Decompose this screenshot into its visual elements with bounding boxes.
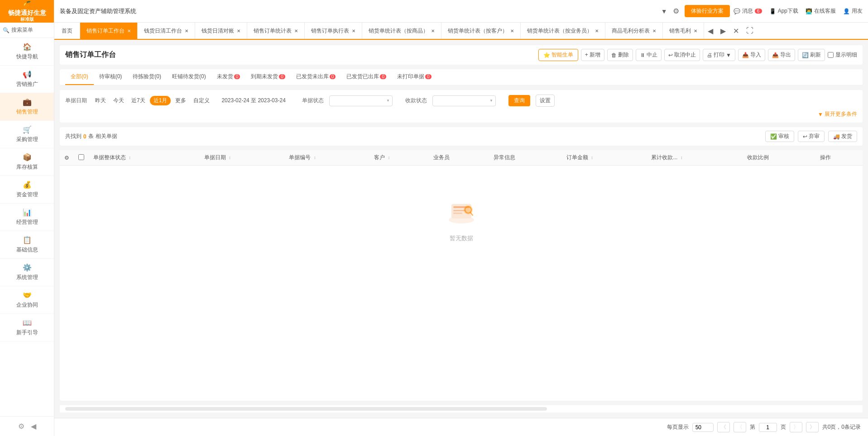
app-download-button[interactable]: 📱 App下载	[769, 7, 798, 15]
sidebar-item-system[interactable]: ⚙️ 系统管理	[0, 259, 54, 286]
tab-close-sales-exec[interactable]: ✕	[352, 28, 355, 33]
tab-cash-daily[interactable]: 钱货日清工作台 ✕	[138, 23, 195, 39]
page-size-select[interactable]: 50 10 20 100	[692, 423, 714, 432]
tab-close-sales-order[interactable]: ✕	[127, 28, 131, 33]
next-page-button[interactable]: 〉	[790, 422, 802, 432]
sub-tab-pending-review[interactable]: 待审核(0)	[94, 69, 128, 85]
tab-close-customer[interactable]: ✕	[510, 28, 514, 33]
tab-maximize-icon[interactable]: ⛶	[743, 25, 757, 37]
last-page-button[interactable]: 》	[806, 422, 819, 432]
search-icon: 🔍	[3, 27, 10, 33]
tab-close-profit[interactable]: ✕	[694, 28, 697, 33]
tab-sales-summary-staff[interactable]: 销货单统计表（按业务员） ✕	[521, 23, 605, 39]
show-detail-label[interactable]: 显示明细	[828, 51, 857, 59]
tab-close-sales-stats[interactable]: ✕	[294, 28, 298, 33]
cancel-stop-button[interactable]: ↩ 取消中止	[664, 49, 700, 61]
export-button[interactable]: 📤 导出	[768, 49, 795, 61]
sidebar-item-operation[interactable]: 📊 经营管理	[0, 204, 54, 231]
date-option-1month[interactable]: 近1月	[150, 96, 171, 105]
tab-sales-stats[interactable]: 销售订单统计表 ✕	[247, 23, 305, 39]
tab-close-staff[interactable]: ✕	[595, 28, 599, 33]
sort-date-icon[interactable]: ↕	[229, 155, 231, 160]
sidebar-item-quick-nav[interactable]: 🏠 快捷导航	[0, 38, 54, 66]
date-option-more[interactable]: 更多	[173, 96, 189, 105]
status-select[interactable]	[329, 95, 393, 106]
col-ratio: 收款比例	[743, 150, 815, 166]
expand-icon: ▼	[818, 111, 823, 118]
expand-filters-button[interactable]: ▼ 展开更多条件	[818, 110, 857, 118]
tab-sales-summary-customer[interactable]: 销货单统计表（按客户） ✕	[441, 23, 521, 39]
first-page-button[interactable]: 《	[717, 422, 730, 432]
tab-sales-order[interactable]: 销售订单工作台 ✕	[80, 23, 138, 39]
sidebar-item-finance[interactable]: 💰 资金管理	[0, 176, 54, 204]
tab-sales-exec[interactable]: 销售订单执行表 ✕	[305, 23, 362, 39]
col-settings-icon[interactable]: ⚙	[64, 155, 69, 161]
sub-tab-not-printed[interactable]: 未打印单据0	[392, 69, 437, 85]
tab-close-all-icon[interactable]: ✕	[729, 25, 743, 37]
page-number-input[interactable]	[759, 423, 777, 432]
prev-page-button[interactable]: 〈	[734, 422, 746, 432]
review-button[interactable]: ✅ 审核	[765, 131, 794, 142]
tab-nav-prev-icon[interactable]: ◀	[704, 25, 717, 37]
sub-tab-overdue[interactable]: 到期未发货0	[245, 69, 291, 85]
tab-nav-next-icon[interactable]: ▶	[717, 25, 729, 37]
settings-filter-button[interactable]: 设置	[536, 95, 555, 107]
payment-select[interactable]	[432, 95, 496, 106]
dropdown-arrow-icon[interactable]: ▼	[661, 8, 667, 15]
settings-gear-icon[interactable]: ⚙	[671, 5, 681, 17]
sidebar-item-enterprise[interactable]: 🤝 企业协同	[0, 286, 54, 314]
settings-icon[interactable]: ⚙	[16, 420, 26, 432]
sort-collected-icon[interactable]: ↕	[681, 155, 683, 160]
refresh-button[interactable]: 🔄 刷新	[798, 49, 825, 61]
sidebar-item-marketing[interactable]: 📢 营销推广	[0, 66, 54, 93]
sub-tab-shipped-not-out[interactable]: 已发货未出库0	[291, 69, 341, 85]
sort-amount-icon[interactable]: ↕	[591, 155, 593, 160]
sub-tab-shipped-out[interactable]: 已发货已出库0	[341, 69, 392, 85]
show-detail-checkbox[interactable]	[828, 52, 834, 58]
online-service-button[interactable]: 👨‍💻 在线客服	[806, 7, 836, 15]
sort-number-icon[interactable]: ↕	[314, 155, 316, 160]
smart-create-button[interactable]: ⭐ 智能生单	[538, 49, 578, 61]
date-option-today[interactable]: 今天	[110, 96, 127, 105]
sidebar-item-base[interactable]: 📋 基础信息	[0, 231, 54, 259]
anti-review-button[interactable]: ↩ 弃审	[798, 131, 825, 142]
collapse-icon[interactable]: ◀	[29, 420, 38, 432]
tab-close-margin[interactable]: ✕	[652, 28, 656, 33]
query-button[interactable]: 查询	[508, 95, 530, 106]
delete-button[interactable]: 🗑 删除	[607, 49, 633, 61]
sidebar-item-purchase[interactable]: 🛒 采购管理	[0, 121, 54, 148]
select-all-checkbox[interactable]	[78, 154, 84, 160]
ship-button[interactable]: 🚚 发货	[828, 131, 857, 142]
sidebar-item-sales[interactable]: 💼 销售管理	[0, 93, 54, 121]
sidebar-item-guide[interactable]: 📖 新手引导	[0, 314, 54, 341]
date-option-7days[interactable]: 近7天	[129, 96, 148, 105]
sub-tab-wangpu[interactable]: 旺铺待发货(0)	[167, 69, 211, 85]
tab-cash-account[interactable]: 钱货日清对账 ✕	[195, 23, 247, 39]
sub-tab-all[interactable]: 全部(0)	[65, 69, 94, 85]
industry-solution-button[interactable]: 体验行业方案	[685, 5, 730, 17]
sidebar-search[interactable]: 🔍 搜索菜单	[0, 23, 54, 38]
tab-margin-analysis[interactable]: 商品毛利分析表 ✕	[605, 23, 663, 39]
message-button[interactable]: 💬 消息 6	[734, 7, 762, 15]
stop-button[interactable]: ⏸ 中止	[636, 49, 662, 61]
user-menu-button[interactable]: 👤 用友	[843, 7, 863, 15]
tab-close-cash-daily[interactable]: ✕	[185, 28, 188, 33]
sort-customer-icon[interactable]: ↕	[388, 155, 390, 160]
tab-close-cash-account[interactable]: ✕	[237, 28, 240, 33]
tab-sales-summary-product[interactable]: 销货单统计表（按商品） ✕	[362, 23, 441, 39]
col-date: 单据日期 ↕	[200, 150, 285, 166]
date-option-custom[interactable]: 自定义	[191, 96, 212, 105]
add-button[interactable]: + 新增	[581, 49, 604, 61]
tab-sales-profit[interactable]: 销售毛利 ✕	[663, 23, 704, 39]
date-option-yesterday[interactable]: 昨天	[92, 96, 109, 105]
sidebar-item-inventory[interactable]: 📦 库存核算	[0, 148, 54, 176]
tab-close-product[interactable]: ✕	[431, 28, 435, 33]
sub-tab-not-shipped[interactable]: 未发货0	[211, 69, 246, 85]
import-button[interactable]: 📥 导入	[738, 49, 765, 61]
print-button[interactable]: 🖨 打印 ▼	[703, 49, 735, 61]
sort-status-icon[interactable]: ↕	[129, 155, 131, 160]
sidebar-item-label: 销售管理	[16, 108, 38, 116]
horizontal-scrollbar[interactable]	[65, 407, 547, 411]
tab-home[interactable]: 首页	[54, 23, 80, 39]
sub-tab-pending-check[interactable]: 待拣验货(0)	[127, 69, 167, 85]
